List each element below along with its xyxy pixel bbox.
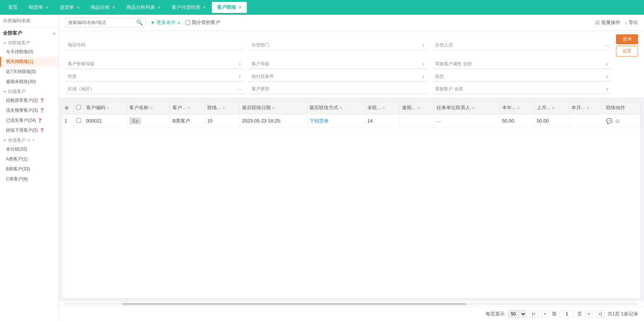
- sort-date-icon[interactable]: ⇅: [272, 106, 275, 110]
- select-all-checkbox[interactable]: [76, 105, 81, 110]
- export-button[interactable]: ↑ 导出: [625, 19, 638, 26]
- sort-unlisted-icon[interactable]: ⇅: [382, 106, 385, 110]
- export-icon: ↑: [625, 20, 627, 25]
- nav-product-analysis[interactable]: 商品分析 ✕: [85, 2, 120, 13]
- customer-grade-dropdown-icon[interactable]: ∨: [422, 62, 425, 66]
- sort-name-icon[interactable]: ⇅: [150, 106, 153, 110]
- page-size-select[interactable]: 50 100 200: [508, 310, 526, 318]
- toolbar-right: ☑ 批量操作 ↑ 导出: [595, 19, 638, 26]
- cell-code: 000021: [84, 114, 127, 128]
- sidebar-item-declining[interactable]: 持续下滑客户(2) ❓: [0, 125, 59, 135]
- sidebar-item-today-contact[interactable]: 今天待联络(0): [0, 47, 59, 57]
- nav-customer-segmentation[interactable]: 客户分层经营 ✕: [167, 2, 211, 13]
- sidebar-item-overdue-contact[interactable]: 逾期未联络(30): [0, 77, 59, 87]
- sidebar-item-ungrouped[interactable]: 未分组(32): [0, 144, 59, 154]
- row-checkbox[interactable]: [76, 118, 81, 123]
- collapse-sidebar-icon[interactable]: «: [53, 30, 56, 36]
- value-customer-edit-icon[interactable]: ✎: [32, 138, 35, 143]
- col-this-year: 本年... ⇅: [500, 101, 534, 114]
- close-customer-segmentation-icon[interactable]: ✕: [203, 5, 206, 10]
- my-customer-checkbox-wrap[interactable]: 我分管的客户: [185, 19, 220, 26]
- filter-manager: 分管人员 ···: [432, 41, 612, 50]
- last-method-link[interactable]: 下销货单: [309, 118, 329, 124]
- sort-partner-icon[interactable]: ⇅: [472, 106, 475, 110]
- col-partner-contact: 往来单位联系人 ⇅: [434, 101, 500, 114]
- prev-page-button[interactable]: <: [541, 310, 549, 318]
- my-customer-checkbox[interactable]: [185, 20, 190, 25]
- sort-overdue-icon[interactable]: ⇅: [417, 106, 420, 110]
- filter-retail-customer-label: 零散客户 全部: [435, 86, 463, 92]
- next-page-button[interactable]: >: [585, 310, 593, 318]
- payment-terms-dropdown-icon[interactable]: ∨: [422, 74, 425, 79]
- sort-method-icon[interactable]: ⇅: [339, 106, 342, 110]
- sort-thismonth-icon[interactable]: ⇅: [587, 106, 589, 110]
- region-dots-icon[interactable]: ···: [237, 86, 241, 92]
- sidebar-item-abnormal-repurchase[interactable]: 回购异常客户(2) ❓: [0, 96, 59, 106]
- sort-lastmonth-icon[interactable]: ⇅: [552, 106, 554, 110]
- close-product-analysis-list-icon[interactable]: ✕: [157, 5, 161, 10]
- page-label: 第: [552, 311, 557, 317]
- table-header-row: ⚙ 客户编码 ⇅ 客户名称 ⇅ 客户... ⇅: [62, 101, 641, 114]
- customer-name-masked: Ea: [129, 117, 141, 124]
- close-purchase-order-icon[interactable]: ✕: [76, 5, 80, 10]
- help-icon: ❓: [39, 108, 45, 113]
- sidebar-item-class-a[interactable]: A类客户(1): [0, 154, 59, 164]
- filter-price-grade: 客户价格等级 ∨: [65, 59, 244, 69]
- sort-code-icon[interactable]: ⇅: [106, 106, 109, 110]
- retail-attr-dropdown-icon[interactable]: ∨: [606, 62, 609, 66]
- close-customer-contact-icon[interactable]: ✕: [238, 5, 242, 10]
- sidebar-item-class-c[interactable]: C类客户(6): [0, 174, 59, 184]
- sidebar-item-7day-contact[interactable]: 近7天待联络(0): [0, 67, 59, 77]
- filter-panel: 电话号码 分管部门 ∨ 分管人员 ··· 查询 设置 客户价格等级: [59, 31, 644, 98]
- nav-product-analysis-list[interactable]: 商品分析列表 ✕: [121, 2, 166, 13]
- dept-dropdown-icon[interactable]: ∨: [422, 43, 425, 48]
- partner-masked: [437, 121, 441, 122]
- filter-dept-label: 分管部门: [252, 42, 277, 48]
- nav-customer-contact[interactable]: 客户联络 ✕: [212, 2, 247, 13]
- sidebar-item-churn-warning[interactable]: 流失预警客户(3) ❓: [0, 106, 59, 115]
- sort-contact-icon[interactable]: ⇅: [222, 106, 225, 110]
- filter-manager-label: 分管人员: [435, 42, 461, 48]
- filter-row-2: 客户价格等级 ∨ 客户等级 ∨ 零散客户属性 全部 ∨: [65, 59, 638, 69]
- nav-purchase-order[interactable]: 进货单 ✕: [55, 2, 85, 13]
- nav-sales-order[interactable]: 销货单 ✕: [24, 2, 54, 13]
- filter-payment-terms-label: 收付款条件: [252, 73, 277, 80]
- nature-dropdown-icon[interactable]: ∨: [238, 74, 241, 79]
- batch-ops-button[interactable]: ☑ 批量操作: [595, 19, 620, 26]
- page-size-label: 每页显示: [486, 311, 505, 317]
- filter-retail-attr-label: 零散客户属性 全部: [435, 61, 472, 67]
- nav-home[interactable]: 首页: [3, 2, 23, 13]
- status-dropdown-icon[interactable]: ∨: [606, 74, 609, 79]
- sort-year-icon[interactable]: ⇅: [517, 106, 520, 110]
- scrollbar-thumb[interactable]: [122, 303, 466, 305]
- search-toolbar-icon[interactable]: 🔍: [136, 20, 143, 25]
- reset-button[interactable]: 设置: [616, 46, 638, 56]
- last-page-button[interactable]: >|: [596, 310, 605, 318]
- first-page-button[interactable]: |<: [529, 310, 538, 318]
- sort-cat-icon[interactable]: ⇅: [188, 106, 190, 110]
- price-grade-dropdown-icon[interactable]: ∨: [238, 62, 241, 66]
- sidebar-item-churned[interactable]: 已流失客户(24) ❓: [0, 115, 59, 125]
- cell-last-method: 下销货单: [307, 114, 365, 128]
- more-filter-button[interactable]: ▼ 更多条件 ∧: [150, 19, 181, 26]
- cell-partner: [434, 114, 500, 128]
- close-product-analysis-icon[interactable]: ✕: [112, 5, 115, 10]
- query-button[interactable]: 查询: [616, 34, 638, 44]
- close-sales-order-icon[interactable]: ✕: [45, 5, 49, 10]
- chat-action-icon[interactable]: 💬: [606, 118, 612, 124]
- customer-table: ⚙ 客户编码 ⇅ 客户名称 ⇅ 客户... ⇅: [62, 101, 641, 128]
- cell-contact-count: 15: [205, 114, 239, 128]
- settings-icon[interactable]: ⚙: [64, 105, 69, 111]
- manager-dots-icon[interactable]: ···: [604, 42, 609, 48]
- value-customer-refresh-icon[interactable]: ↻: [27, 138, 31, 143]
- search-input[interactable]: [68, 20, 136, 25]
- sidebar-item-tomorrow-contact[interactable]: 明天待联络(1): [0, 57, 59, 67]
- filter-retail-customer: 零散客户 全部 ∨: [432, 84, 612, 94]
- action-icons: 💬 ⊞: [606, 118, 638, 124]
- page-number-input[interactable]: [560, 310, 574, 318]
- retail-customer-dropdown-icon[interactable]: ∨: [606, 87, 609, 92]
- qr-action-icon[interactable]: ⊞: [615, 118, 620, 124]
- table-footer: 每页显示 50 100 200 |< < 第 页 > >| 共1页 1条记录: [59, 307, 644, 321]
- sidebar-item-class-b[interactable]: B类客户(33): [0, 164, 59, 174]
- sidebar-search-input[interactable]: [3, 18, 58, 23]
